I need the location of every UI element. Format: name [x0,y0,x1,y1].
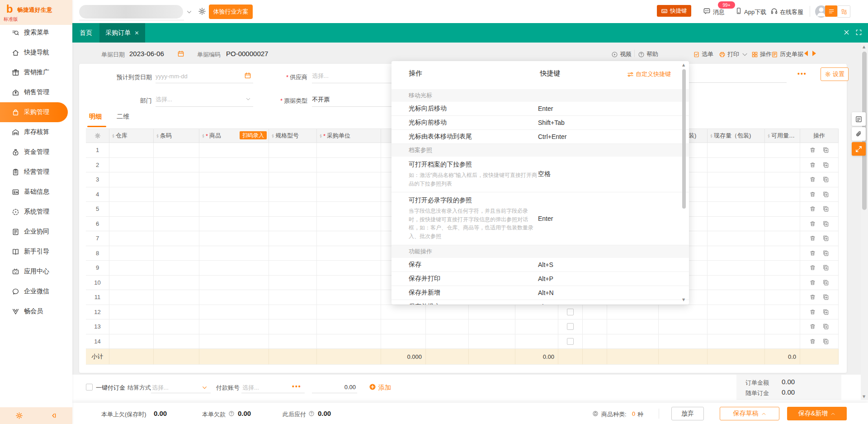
cell[interactable] [381,319,426,334]
cell[interactable] [199,246,269,261]
copy-row-icon[interactable] [822,323,829,330]
cell[interactable] [607,319,659,334]
cell[interactable] [317,246,381,261]
cell[interactable] [109,334,154,349]
tab-detail[interactable]: 明细 [89,113,102,121]
cell[interactable] [269,276,317,290]
sidebar-item-search[interactable]: 搜索菜单 [0,23,72,43]
cell[interactable] [708,231,765,246]
online-service-icon[interactable] [770,7,778,15]
copy-row-icon[interactable] [822,220,829,227]
cell[interactable] [199,276,269,290]
cell[interactable] [765,246,800,261]
cell[interactable] [607,305,659,319]
cell[interactable] [269,231,317,246]
cell[interactable] [269,290,317,305]
sidebar-item-guide[interactable]: 新手引导 [0,242,72,262]
cell[interactable] [708,143,765,157]
add-label[interactable]: 添加 [378,384,391,392]
page-scroll-up-icon[interactable]: ▲ [863,45,865,49]
save-new-button[interactable]: 保存&新增 [787,407,847,420]
help-button[interactable]: 帮助 [638,50,658,58]
cell[interactable] [109,143,154,157]
delete-row-icon[interactable] [809,147,816,153]
cell[interactable] [708,276,765,290]
cell[interactable] [708,305,765,319]
settle-method-placeholder[interactable]: 选择... [152,384,169,392]
discard-button[interactable]: 放弃 [671,407,704,420]
cell[interactable] [154,231,199,246]
sidebar-item-wechat[interactable]: 企业微信 [0,281,72,301]
print-button[interactable]: 打印 [719,50,750,58]
cell[interactable] [269,143,317,157]
cell[interactable] [154,217,199,231]
cell[interactable] [109,276,154,290]
draft-box-button[interactable] [852,112,866,126]
cell[interactable] [317,261,381,275]
view-card-toggle[interactable] [837,5,850,18]
cell[interactable] [199,290,269,305]
cell[interactable] [765,334,800,349]
cell[interactable] [765,276,800,290]
cell[interactable] [469,334,515,349]
cell[interactable] [109,305,154,319]
column-header-可用量（包装)[interactable]: ▴▾可用量（包装) [765,129,800,143]
sidebar-item-app-center[interactable]: 应用中心 [0,262,72,281]
copy-row-icon[interactable] [822,309,829,315]
sidebar-item-system[interactable]: 系统管理 [0,202,72,222]
cell[interactable] [765,319,800,334]
cell[interactable] [109,202,154,216]
actions-button[interactable]: 操作 [751,50,772,58]
view-list-toggle[interactable] [825,5,837,17]
delete-row-icon[interactable] [809,264,816,271]
tab-purchase-order[interactable]: 采购订单 ✕ [99,23,145,43]
cell[interactable] [154,290,199,305]
video-button[interactable]: 视频 [611,50,632,58]
cell[interactable] [199,261,269,275]
supplier-input[interactable]: 选择... [312,69,393,83]
online-service-label[interactable]: 在线客服 [780,8,803,16]
delete-row-icon[interactable] [809,279,816,286]
cell[interactable] [154,334,199,349]
cell[interactable] [199,187,269,202]
cell[interactable] [317,217,381,231]
department-dropdown-icon[interactable] [245,96,251,102]
column-header-仓库[interactable]: ▴▾仓库 [109,129,154,143]
cell[interactable] [659,334,708,349]
cell[interactable] [154,172,199,187]
cell[interactable] [469,305,515,319]
cell[interactable] [317,334,381,349]
settle-method-dropdown-icon[interactable] [202,385,208,391]
cell[interactable] [199,305,269,319]
cell[interactable] [269,187,317,202]
cell[interactable] [765,261,800,275]
cell[interactable] [765,172,800,187]
cell[interactable] [199,319,269,334]
sidebar-item-inventory[interactable]: 库存核算 [0,122,72,142]
department-select[interactable]: 选择... [156,93,253,107]
cell[interactable] [109,319,154,334]
cell[interactable] [154,187,199,202]
cell[interactable] [199,172,269,187]
delete-row-icon[interactable] [809,176,816,183]
sidebar-item-marketing[interactable]: 营销推广 [0,62,72,82]
cell[interactable] [269,334,317,349]
cell[interactable] [708,187,765,202]
delete-row-icon[interactable] [809,294,816,300]
add-icon[interactable] [369,383,376,391]
cell[interactable] [317,172,381,187]
cell[interactable] [708,334,765,349]
topbar-settings-icon[interactable] [198,7,206,15]
cell[interactable] [154,202,199,216]
cell[interactable] [765,187,800,202]
cell[interactable] [317,290,381,305]
column-header-规格型号[interactable]: ▴▾规格型号 [269,129,317,143]
cell[interactable] [765,290,800,305]
cell[interactable] [269,246,317,261]
cell[interactable] [199,217,269,231]
cell[interactable] [109,290,154,305]
cell[interactable] [317,276,381,290]
sort-arrows-icon[interactable]: ▴▾ [202,133,204,138]
cell[interactable] [199,202,269,216]
delete-row-icon[interactable] [809,250,816,257]
